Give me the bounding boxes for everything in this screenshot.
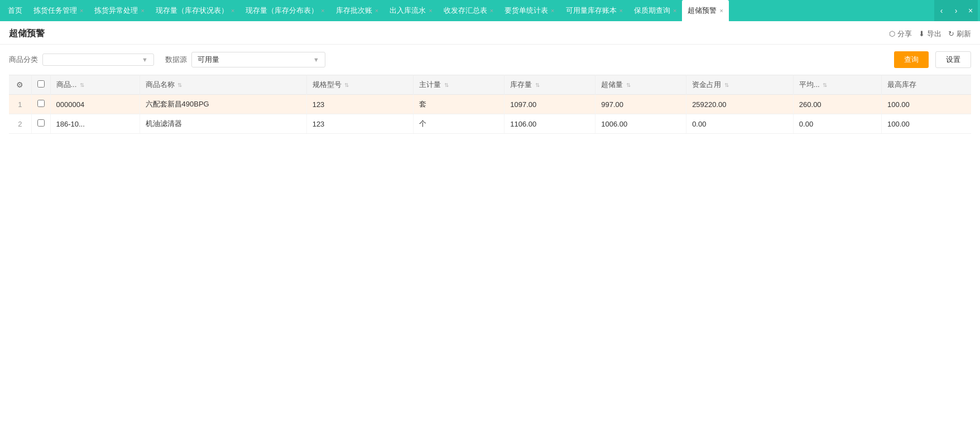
close-icon[interactable]: ×	[321, 7, 324, 14]
query-button[interactable]: 查询	[894, 51, 929, 68]
th-overstock[interactable]: 超储量 ⇅	[595, 75, 686, 95]
row-checkbox[interactable]	[37, 119, 45, 127]
capital: 259220.00	[686, 95, 794, 114]
nav-next-button[interactable]: ›	[949, 0, 963, 21]
sort-icon: ⇅	[535, 82, 540, 88]
sort-icon: ⇅	[444, 82, 449, 88]
nav-task-mgmt[interactable]: 拣货任务管理 ×	[28, 0, 89, 21]
th-capital[interactable]: 资金占用 ⇅	[686, 75, 794, 95]
sort-icon: ⇅	[177, 82, 182, 88]
table-wrapper: ⚙ 商品... ⇅ 商品名称 ⇅ 规格型号 ⇅	[0, 75, 980, 134]
gear-icon: ⚙	[16, 80, 23, 89]
filter-bar: 商品分类 ▼ 数据源 可用量 ▼ 查询 设置	[0, 45, 980, 75]
filter-actions: 查询 设置	[894, 51, 971, 68]
capital: 0.00	[686, 114, 794, 134]
chevron-down-icon: ▼	[313, 56, 319, 63]
spec: 123	[306, 95, 414, 114]
table-row: 2 186-10... 机油滤清器 123 个 1106.00 1006.00 …	[9, 114, 971, 134]
average: 260.00	[793, 95, 881, 114]
product-name: 机油滤清器	[140, 114, 306, 134]
stock: 1097.00	[505, 95, 595, 114]
close-icon[interactable]: ×	[141, 7, 144, 14]
th-settings[interactable]: ⚙	[9, 75, 31, 95]
row-checkbox-cell	[31, 114, 50, 134]
row-num: 2	[9, 114, 31, 134]
close-icon[interactable]: ×	[429, 7, 432, 14]
row-checkbox-cell	[31, 95, 50, 114]
share-button[interactable]: ⬡ 分享	[889, 29, 912, 39]
th-average[interactable]: 平均... ⇅	[793, 75, 881, 95]
max-stock: 100.00	[881, 114, 971, 134]
nav-quality-query[interactable]: 保质期查询 ×	[628, 0, 682, 21]
max-stock: 100.00	[881, 95, 971, 114]
th-product-name[interactable]: 商品名称 ⇅	[140, 75, 306, 95]
product-code: 0000004	[50, 95, 140, 114]
sort-icon: ⇅	[626, 82, 631, 88]
datasource-value: 可用量	[198, 55, 219, 65]
chevron-down-icon: ▼	[142, 56, 148, 63]
nav-prev-button[interactable]: ‹	[934, 0, 949, 21]
th-product-code[interactable]: 商品... ⇅	[50, 75, 140, 95]
unit: 个	[414, 114, 505, 134]
overstock: 1006.00	[595, 114, 686, 134]
export-icon: ⬇	[919, 30, 925, 38]
settings-button[interactable]: 设置	[935, 51, 971, 68]
close-icon[interactable]: ×	[719, 7, 723, 14]
nav-demand-stats[interactable]: 要货单统计表 ×	[499, 0, 560, 21]
datasource-label: 数据源	[165, 55, 187, 65]
nav-current-stock-dist[interactable]: 现存量（库存分布表） ×	[240, 0, 330, 21]
data-table: ⚙ 商品... ⇅ 商品名称 ⇅ 规格型号 ⇅	[9, 75, 971, 134]
spec: 123	[306, 114, 414, 134]
datasource-filter-group: 数据源 可用量 ▼	[165, 52, 325, 67]
close-icon[interactable]: ×	[375, 7, 378, 14]
nav-arrows: ‹ › ×	[934, 0, 978, 21]
unit: 套	[414, 95, 505, 114]
export-button[interactable]: ⬇ 导出	[919, 29, 941, 39]
nav-summary[interactable]: 收发存汇总表 ×	[438, 0, 499, 21]
overstock: 997.00	[595, 95, 686, 114]
nav-close-button[interactable]: ×	[963, 0, 978, 21]
average: 0.00	[793, 114, 881, 134]
nav-exception[interactable]: 拣货异常处理 ×	[89, 0, 150, 21]
row-checkbox[interactable]	[37, 100, 45, 107]
stock: 1106.00	[505, 114, 595, 134]
product-code: 186-10...	[50, 114, 140, 134]
top-navigation: 首页 拣货任务管理 × 拣货异常处理 × 现存量（库存状况表） × 现存量（库存…	[0, 0, 980, 21]
page-header: 超储预警 ⬡ 分享 ⬇ 导出 ↻ 刷新	[0, 21, 980, 45]
close-icon[interactable]: ×	[551, 7, 554, 14]
nav-available-ledger[interactable]: 可用量库存账本 ×	[560, 0, 628, 21]
category-select[interactable]: ▼	[42, 54, 154, 66]
category-label: 商品分类	[9, 55, 38, 65]
close-icon[interactable]: ×	[673, 7, 676, 14]
refresh-icon: ↻	[948, 30, 954, 38]
th-max-stock[interactable]: 最高库存	[881, 75, 971, 95]
category-filter-group: 商品分类 ▼	[9, 54, 154, 66]
close-icon[interactable]: ×	[231, 7, 234, 14]
datasource-select[interactable]: 可用量 ▼	[191, 52, 325, 67]
sort-icon: ⇅	[724, 82, 729, 88]
sort-icon: ⇅	[344, 82, 349, 88]
sort-icon: ⇅	[823, 82, 827, 88]
share-icon: ⬡	[889, 30, 895, 38]
refresh-button[interactable]: ↻ 刷新	[948, 29, 971, 39]
page-title: 超储预警	[9, 28, 45, 40]
close-icon[interactable]: ×	[619, 7, 623, 14]
nav-home[interactable]: 首页	[2, 0, 28, 21]
product-name: 六配套新昌490BPG	[140, 95, 306, 114]
table-body: 1 0000004 六配套新昌490BPG 123 套 1097.00 997.…	[9, 95, 971, 134]
table-row: 1 0000004 六配套新昌490BPG 123 套 1097.00 997.…	[9, 95, 971, 114]
th-unit[interactable]: 主计量 ⇅	[414, 75, 505, 95]
nav-overstock-warning[interactable]: 超储预警 ×	[682, 0, 728, 21]
close-icon[interactable]: ×	[490, 7, 493, 14]
table-header-row: ⚙ 商品... ⇅ 商品名称 ⇅ 规格型号 ⇅	[9, 75, 971, 95]
th-stock[interactable]: 库存量 ⇅	[505, 75, 595, 95]
th-spec[interactable]: 规格型号 ⇅	[306, 75, 414, 95]
nav-in-out-flow[interactable]: 出入库流水 ×	[384, 0, 438, 21]
select-all-checkbox[interactable]	[37, 80, 45, 88]
header-actions: ⬡ 分享 ⬇ 导出 ↻ 刷新	[889, 29, 971, 39]
nav-batch-account[interactable]: 库存批次账 ×	[330, 0, 384, 21]
nav-current-stock-status[interactable]: 现存量（库存状况表） ×	[150, 0, 240, 21]
close-icon[interactable]: ×	[80, 7, 83, 14]
page-wrapper: 超储预警 ⬡ 分享 ⬇ 导出 ↻ 刷新 商品分类 ▼ 数据源	[0, 21, 980, 446]
th-checkbox	[31, 75, 50, 95]
